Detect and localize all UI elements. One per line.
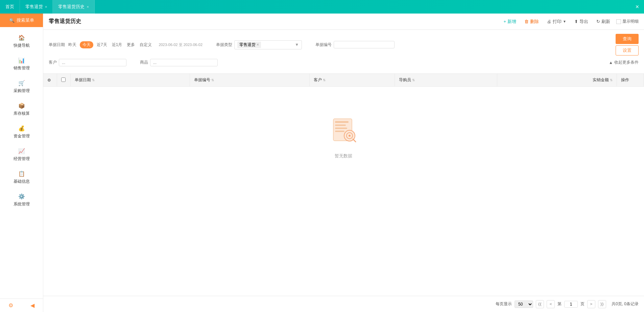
th-number[interactable]: 单据编号 ⇅ [190,74,310,87]
search-menu-button[interactable]: 🔍 搜索菜单 [0,14,43,27]
data-table: ⚙ 单据日期 ⇅ 单据编号 [43,74,644,186]
filter-row-2: 客户 商品 ▲ 收起更多条件 [49,58,639,67]
empty-state: 暂无数据 [43,87,644,186]
pagination: 每页显示 20 50 100 ⟨⟨ ＜ 第 页 ＞ ⟩⟩ 共0页, 0条记录 [43,296,644,312]
settings-gear-icon[interactable]: ⚙ [8,302,13,309]
tab-list: 首页 零售退货 × 零售退货历史 × [0,0,630,14]
date-filter-label: 单据日期 [49,42,65,48]
filter-settings-button[interactable]: 设置 [616,45,639,55]
voucher-tag-remove[interactable]: × [257,42,259,47]
system-icon: ⚙️ [18,193,25,200]
new-button[interactable]: + 新增 [502,17,519,26]
delete-icon: 🗑 [524,19,529,24]
date-more[interactable]: 更多 [125,41,136,48]
date-filter: 单据日期 昨天 今天 近7天 近1月 更多 自定义 [49,41,153,48]
quick-nav-icon: 🏠 [18,34,25,41]
voucher-type-dropdown-icon: ▼ [295,42,299,47]
voucher-type-select[interactable]: 零售退货 × ▼ [234,40,302,49]
page-label2: 页 [580,301,585,307]
date-custom[interactable]: 自定义 [138,41,153,48]
voucher-number-filter: 单据编号 [315,41,395,48]
query-settings-group: 查询 设置 [616,34,639,55]
date-today[interactable]: 今天 [80,41,93,48]
query-button[interactable]: 查询 [616,34,639,44]
export-button[interactable]: ⬆ 导出 [572,17,590,26]
inventory-icon: 📦 [18,102,25,109]
svg-rect-4 [335,131,344,132]
select-all-checkbox[interactable] [61,77,66,82]
next-page-button[interactable]: ＞ [587,300,595,308]
refresh-icon: ↻ [596,19,600,24]
collapse-icon: ▲ [609,60,613,65]
tab-home[interactable]: 首页 [0,0,20,14]
date-1month[interactable]: 近1月 [111,41,124,48]
voucher-type-label: 单据类型 [216,42,232,48]
filter-row-1: 单据日期 昨天 今天 近7天 近1月 更多 自定义 2023-06-02 至 2… [49,34,639,55]
first-page-button[interactable]: ⟨⟨ [536,300,544,308]
voucher-tag-retail-return: 零售退货 × [237,42,261,48]
date-range-display: 2023-06-02 至 2023-06-02 [159,42,202,47]
svg-rect-2 [335,125,346,126]
goods-input[interactable] [150,59,218,66]
prev-page-button[interactable]: ＜ [547,300,555,308]
table-area: ⚙ 单据日期 ⇅ 单据编号 [43,74,644,296]
th-guide[interactable]: 导购员 ⇅ [395,74,497,87]
search-icon: 🔍 [9,18,15,23]
column-settings-icon[interactable]: ⚙ [47,78,51,83]
svg-line-7 [353,139,356,142]
tab-retail-return-history-close[interactable]: × [87,5,89,9]
total-info: 共0页, 0条记录 [612,301,639,307]
th-customer[interactable]: 客户 ⇅ [309,74,395,87]
sidebar-item-sales[interactable]: 📊 销售管理 [0,52,43,75]
collapse-filter-button[interactable]: ▲ 收起更多条件 [609,60,639,65]
th-checkbox[interactable] [57,74,70,87]
tab-retail-return[interactable]: 零售退货 × [20,0,53,14]
last-page-button[interactable]: ⟩⟩ [598,300,606,308]
page-header: 零售退货历史 + 新增 🗑 删除 🖨 打印 ▼ ⬆ 导出 [43,14,644,30]
delete-button[interactable]: 🗑 删除 [522,17,541,26]
sidebar-menu: 🏠 快捷导航 📊 销售管理 🛒 采购管理 📦 库存核算 💰 资金管理 📈 [0,27,43,298]
th-settings[interactable]: ⚙ [43,74,57,87]
page-size-select[interactable]: 20 50 100 [515,300,533,308]
sidebar-item-purchase[interactable]: 🛒 采购管理 [0,75,43,98]
collapse-sidebar-icon[interactable]: ◀ [30,302,34,309]
voucher-number-input[interactable] [334,41,395,48]
th-actions: 操作 [617,74,644,87]
sort-guide-icon: ⇅ [412,78,415,82]
date-yesterday[interactable]: 昨天 [67,41,78,48]
page-number-input[interactable] [564,301,578,308]
tab-retail-return-close[interactable]: × [45,5,47,9]
new-icon: + [504,19,506,24]
sidebar-item-operations[interactable]: 📈 经营管理 [0,143,43,166]
refresh-button[interactable]: ↻ 刷新 [594,17,612,26]
sidebar-item-basic-info[interactable]: 📋 基础信息 [0,166,43,188]
sales-icon: 📊 [18,57,25,64]
show-detail-checkbox[interactable] [616,19,621,24]
sidebar: 🔍 搜索菜单 🏠 快捷导航 📊 销售管理 🛒 采购管理 📦 库存核算 💰 [0,14,43,312]
sort-number-icon: ⇅ [211,78,214,82]
voucher-number-label: 单据编号 [315,42,332,48]
tab-retail-return-history[interactable]: 零售退货历史 × [53,0,94,14]
sidebar-item-quick-nav[interactable]: 🏠 快捷导航 [0,30,43,52]
customer-input[interactable] [59,59,126,66]
svg-point-8 [349,135,351,137]
print-button[interactable]: 🖨 打印 ▼ [545,17,568,26]
date-range-text: 2023-06-02 至 2023-06-02 [159,42,202,47]
th-date[interactable]: 单据日期 ⇅ [70,74,190,87]
customer-label: 客户 [49,60,57,65]
sidebar-item-system[interactable]: ⚙️ 系统管理 [0,188,43,211]
svg-rect-3 [335,128,347,129]
page-size-label: 每页显示 [496,301,512,307]
empty-icon [327,114,360,148]
sidebar-item-inventory[interactable]: 📦 库存核算 [0,98,43,120]
date-options: 昨天 今天 近7天 近1月 更多 自定义 [67,41,153,48]
date-7days[interactable]: 近7天 [95,41,109,48]
th-amount[interactable]: 实销金额 ⇅ [497,74,617,87]
sidebar-item-finance[interactable]: 💰 资金管理 [0,120,43,143]
content-area: 零售退货历史 + 新增 🗑 删除 🖨 打印 ▼ ⬆ 导出 [43,14,644,312]
sidebar-bottom: ⚙ ◀ [0,298,43,312]
empty-text: 暂无数据 [335,153,352,159]
window-close-button[interactable]: × [630,3,644,10]
print-dropdown-icon: ▼ [563,20,566,23]
show-detail-label: 显示明细 [622,19,639,24]
